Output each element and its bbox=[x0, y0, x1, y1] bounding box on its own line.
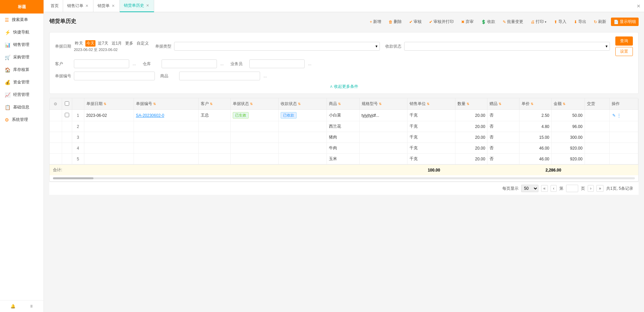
warehouse-dots-button[interactable]: ... bbox=[219, 61, 225, 66]
edit-button-0[interactable]: ✎ bbox=[612, 113, 616, 118]
sidebar-bottom-icon1[interactable]: 🔔 bbox=[10, 304, 16, 309]
cell-sales-unit-2: 千克 bbox=[407, 132, 455, 143]
date-shortcut-1month[interactable]: 近1月 bbox=[111, 40, 123, 47]
prev-page-button[interactable]: ‹ bbox=[551, 185, 557, 192]
th-goods[interactable]: 商品 ⇅ bbox=[327, 98, 359, 110]
filter-customer-input[interactable] bbox=[74, 59, 129, 68]
th-amount[interactable]: 金额 ⇅ bbox=[552, 98, 585, 110]
th-doc-num[interactable]: 单据编号 ⇅ bbox=[134, 98, 198, 110]
salesperson-dots-button[interactable]: ... bbox=[307, 61, 313, 66]
tab-sales-order[interactable]: 销售订单 ✕ bbox=[63, 0, 93, 12]
filter-salesperson-input[interactable] bbox=[249, 59, 305, 68]
sidebar-item-search-menu[interactable]: ☰ 搜索菜单 bbox=[0, 14, 44, 26]
print-button[interactable]: 🖨 打印 ▾ bbox=[528, 18, 549, 26]
customer-dots-button[interactable]: ... bbox=[131, 61, 137, 66]
cell-doc-status-4 bbox=[230, 154, 278, 164]
th-quantity-label: 数量 bbox=[457, 101, 466, 107]
scroll-thumb[interactable] bbox=[53, 177, 93, 179]
refresh-button[interactable]: ↻ 刷新 bbox=[591, 18, 609, 26]
cell-checkbox-2[interactable] bbox=[62, 132, 72, 143]
delete-button[interactable]: 🗑 删除 bbox=[386, 18, 404, 26]
sidebar-bottom-icon2[interactable]: ⏸ bbox=[29, 304, 33, 309]
th-sales-unit[interactable]: 销售单位 ⇅ bbox=[407, 98, 455, 110]
sidebar-item-finance[interactable]: 💰 资金管理 bbox=[0, 76, 44, 88]
goods-dots-button[interactable]: ... bbox=[262, 74, 268, 78]
date-shortcut-7days[interactable]: 近7天 bbox=[97, 40, 109, 47]
tabs-right: ✕ bbox=[636, 3, 641, 9]
filter-docnum-input[interactable] bbox=[74, 72, 155, 80]
th-quantity[interactable]: 数量 ⇅ bbox=[455, 98, 487, 110]
audit-button[interactable]: ✔ 审核 bbox=[407, 18, 424, 26]
audit-print-button[interactable]: ✔ 审核并打印 bbox=[426, 18, 456, 26]
more-button-0[interactable]: ⋮ bbox=[616, 113, 622, 118]
date-shortcut-custom[interactable]: 自定义 bbox=[136, 40, 150, 47]
cell-checkbox-1[interactable] bbox=[62, 121, 72, 132]
sidebar-item-sales-mgmt[interactable]: 📊 销售管理 bbox=[0, 38, 44, 51]
search-icon: ☰ bbox=[5, 17, 9, 23]
page-number-input[interactable]: 1 bbox=[566, 185, 578, 192]
select-all-checkbox[interactable] bbox=[65, 101, 69, 106]
th-doc-date[interactable]: 单据日期 ⇅ bbox=[84, 98, 134, 110]
import-button[interactable]: ⬆ 导入 bbox=[551, 18, 569, 26]
doc-num-link-0[interactable]: SA-20230602-0 bbox=[136, 113, 164, 118]
batch-change-button[interactable]: ✎ 批量变更 bbox=[500, 18, 526, 26]
filter-date-item: 单据日期 昨天 今天 近7天 近1月 更多 自定义 2023-06-02 至 2… bbox=[55, 40, 150, 52]
cell-spec-type-0: tyjyjtyjdf... bbox=[359, 110, 407, 121]
sidebar-item-operations[interactable]: 📈 经营管理 bbox=[0, 88, 44, 101]
sort-icon-amount: ⇅ bbox=[563, 102, 565, 106]
per-page-select[interactable]: 50 100 200 bbox=[521, 185, 538, 192]
sidebar-item-quick-nav[interactable]: ⚡ 快捷导航 bbox=[0, 26, 44, 38]
sidebar-item-purchase-mgmt[interactable]: 🛒 采购管理 bbox=[0, 51, 44, 63]
cell-checkbox-3[interactable] bbox=[62, 143, 72, 154]
cell-checkbox-0[interactable] bbox=[62, 110, 72, 121]
receive-button[interactable]: 💲 收款 bbox=[478, 18, 498, 26]
last-page-button[interactable]: » bbox=[596, 185, 604, 192]
horizontal-scrollbar[interactable] bbox=[53, 177, 635, 179]
sidebar-item-system-mgmt[interactable]: ⚙ 系统管理 bbox=[0, 113, 44, 126]
th-customer[interactable]: 客户 ⇅ bbox=[198, 98, 230, 110]
filter-settings-button[interactable]: 设置 bbox=[615, 47, 633, 56]
table-row: 1 2023-06-02 SA-20230602-0 王总 已生效 已收款 小白… bbox=[50, 110, 638, 121]
filter-payment-status-select[interactable]: ▾ bbox=[404, 42, 610, 51]
next-page-button[interactable]: › bbox=[588, 185, 594, 192]
date-shortcut-today[interactable]: 今天 bbox=[85, 40, 95, 47]
th-payment-status[interactable]: 收款状态 ⇅ bbox=[279, 98, 327, 110]
tab-sales-history[interactable]: 销货单历史 ✕ bbox=[120, 0, 154, 12]
th-settings[interactable]: ⚙ bbox=[50, 98, 62, 110]
filter-doc-type-select[interactable]: ▾ bbox=[174, 42, 380, 51]
sort-icon-gift: ⇅ bbox=[499, 102, 501, 106]
query-button[interactable]: 查询 bbox=[615, 36, 633, 46]
filter-goods-input[interactable] bbox=[179, 72, 260, 80]
close-all-tabs-button[interactable]: ✕ bbox=[636, 3, 641, 9]
sidebar-item-inventory[interactable]: 🏠 库存核算 bbox=[0, 63, 44, 76]
tab-close-sales-history[interactable]: ✕ bbox=[145, 3, 150, 8]
th-spec-type[interactable]: 规格型号 ⇅ bbox=[359, 98, 407, 110]
show-detail-button[interactable]: 📄 显示明细 bbox=[611, 18, 639, 26]
cell-checkbox-4[interactable] bbox=[62, 154, 72, 164]
gear-icon: ⚙ bbox=[5, 117, 9, 123]
filter-warehouse-input[interactable] bbox=[162, 59, 217, 68]
filter-collapse-button[interactable]: ∧ 收起更多条件 bbox=[55, 84, 633, 89]
th-gift[interactable]: 赠品 ⇅ bbox=[487, 98, 520, 110]
row-checkbox-0[interactable] bbox=[65, 113, 69, 117]
th-doc-status[interactable]: 单据状态 ⇅ bbox=[230, 98, 278, 110]
cell-settings-0 bbox=[50, 110, 62, 121]
export-button[interactable]: ⬇ 导出 bbox=[571, 18, 589, 26]
scrollbar-area[interactable] bbox=[50, 175, 638, 181]
cell-amount-4: 920.00 bbox=[552, 154, 585, 164]
new-button[interactable]: + 新增 bbox=[367, 18, 384, 26]
discard-button[interactable]: ✖ 弃审 bbox=[458, 18, 476, 26]
tab-home[interactable]: 首页 bbox=[47, 0, 63, 12]
first-page-button[interactable]: « bbox=[541, 185, 548, 192]
cell-doc-status-2 bbox=[230, 132, 278, 143]
date-shortcut-yesterday[interactable]: 昨天 bbox=[74, 40, 84, 47]
cell-unit-price-2: 15.00 bbox=[520, 132, 552, 143]
cell-doc-num-0[interactable]: SA-20230602-0 bbox=[134, 110, 198, 121]
sidebar-item-basic-info[interactable]: 📋 基础信息 bbox=[0, 101, 44, 113]
th-unit-price[interactable]: 单价 ⇅ bbox=[520, 98, 552, 110]
tab-close-sales-order[interactable]: ✕ bbox=[85, 4, 89, 8]
date-shortcut-more[interactable]: 更多 bbox=[124, 40, 134, 47]
tab-close-sales-shipment[interactable]: ✕ bbox=[111, 4, 115, 8]
settings-gear-icon[interactable]: ⚙ bbox=[54, 102, 57, 106]
tab-sales-shipment[interactable]: 销货单 ✕ bbox=[93, 0, 120, 12]
